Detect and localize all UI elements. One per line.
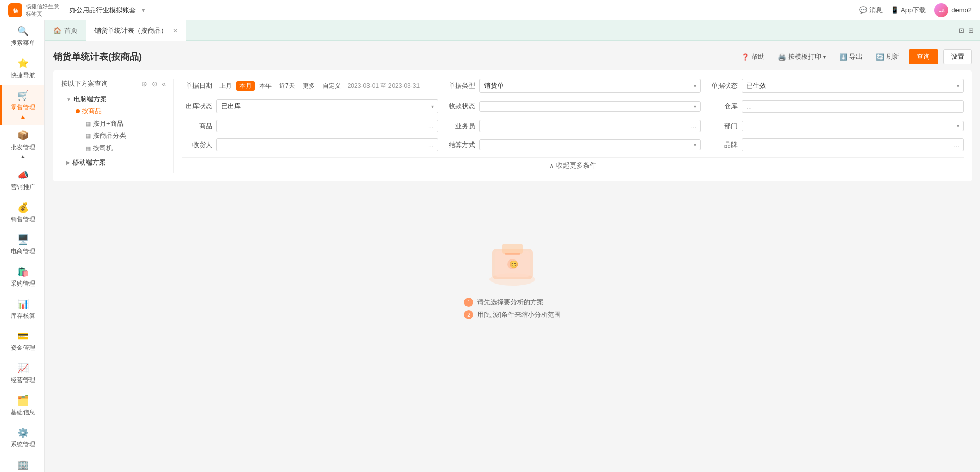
stock-out-value: 已出库 xyxy=(221,102,241,111)
finance-icon: 💳 xyxy=(17,331,29,342)
stock-out-select[interactable]: 已出库 ▾ xyxy=(216,99,438,113)
sidebar-item-retail[interactable]: 🛒 零售管理 ▲ xyxy=(0,85,44,125)
table-icon: ▦ xyxy=(86,121,91,127)
receiver-input[interactable]: ... xyxy=(216,138,438,151)
goods-input[interactable]: ... xyxy=(216,120,438,132)
doc-type-select[interactable]: 销货单 ▾ xyxy=(479,79,701,93)
sidebar-item-label: 库存核算 xyxy=(11,312,35,320)
salesman-input[interactable]: ... xyxy=(479,120,701,132)
filter-form: 单据日期 上月 本月 本年 近7天 更多 自定义 xyxy=(174,79,964,173)
nav-dropdown-icon[interactable]: ▾ xyxy=(142,6,145,14)
filter-layout: 按以下方案查询 ⊕ ⊙ « ▼ xyxy=(61,79,964,173)
filter-row-4: 收货人 ... 结算方式 ▾ xyxy=(182,138,964,151)
sidebar-item-marketing[interactable]: 📣 营销推广 xyxy=(0,164,44,197)
filter-field-goods: 商品 ... xyxy=(182,120,438,132)
help-button[interactable]: ❓ 帮助 xyxy=(737,50,769,63)
sidebar-item-inventory[interactable]: 📊 库存核算 xyxy=(0,293,44,325)
brand-input[interactable]: ... xyxy=(742,138,964,151)
scheme-collapse-button[interactable]: « xyxy=(161,79,167,89)
maximize-icon[interactable]: ⊞ xyxy=(968,27,974,34)
select-arrow-icon: ▾ xyxy=(957,123,959,129)
filter-field-doc-type: 单据类型 销货单 ▾ xyxy=(445,79,701,93)
app-download-button[interactable]: 📱 App下载 xyxy=(891,6,926,15)
sidebar-item-system[interactable]: ⚙️ 系统管理 xyxy=(0,422,44,454)
basic-icon: 🗂️ xyxy=(17,395,29,406)
filter-field-salesman: 业务员 ... xyxy=(445,120,701,132)
filter-field-brand: 品牌 ... xyxy=(707,138,964,151)
sidebar-item-label: 经营管理 xyxy=(11,376,35,385)
expand-icon: ▲ xyxy=(20,154,26,159)
sidebar-item-wholesale[interactable]: 📦 批发管理 ▲ xyxy=(0,125,44,164)
date-this-month-btn[interactable]: 本月 xyxy=(236,81,255,91)
sidebar-item-sales[interactable]: 💰 销售管理 xyxy=(0,197,44,229)
scheme-add-button[interactable]: ⊕ xyxy=(140,79,149,89)
warehouse-input[interactable]: ... xyxy=(742,100,964,113)
sidebar-item-basic[interactable]: 🗂️ 基础信息 xyxy=(0,390,44,422)
expand-icon: ▲ xyxy=(20,114,26,120)
goods-dots-button[interactable]: ... xyxy=(428,122,434,130)
scheme-settings-button[interactable]: ⊙ xyxy=(151,79,159,89)
date-this-year-btn[interactable]: 本年 xyxy=(256,81,275,91)
message-button[interactable]: 💬 消息 xyxy=(859,6,883,15)
date-range-value: 2023-03-01 至 2023-03-31 xyxy=(348,82,420,90)
filter-field-stock-out: 出库状态 已出库 ▾ xyxy=(182,99,438,113)
salesman-dots-button[interactable]: ... xyxy=(691,122,697,130)
date-control: 上月 本月 本年 近7天 更多 自定义 2023-03-01 至 2023-03… xyxy=(216,81,438,91)
sidebar-item-ecommerce[interactable]: 🖥️ 电商管理 xyxy=(0,229,44,261)
scheme-item-by-goods[interactable]: 按商品 xyxy=(63,105,167,117)
receiver-dots-button[interactable]: ... xyxy=(428,141,434,149)
query-button[interactable]: 查询 xyxy=(909,49,938,64)
sidebar-item-purchase[interactable]: 🛍️ 采购管理 xyxy=(0,261,44,293)
minimize-icon[interactable]: ⊡ xyxy=(959,27,964,34)
page-header: 销货单统计表(按商品) ❓ 帮助 🖨️ 按模板打印 ▾ ⬇️ 导出 xyxy=(53,49,972,64)
sidebar-item-enterprise[interactable]: 🏢 企业协同 xyxy=(0,454,44,472)
refresh-button[interactable]: 🔄 刷新 xyxy=(872,50,903,63)
scheme-group-mobile-label[interactable]: ▶ 移动端方案 xyxy=(63,156,167,169)
sidebar-item-finance[interactable]: 💳 资金管理 xyxy=(0,325,44,358)
date-last-month-btn[interactable]: 上月 xyxy=(216,81,235,91)
date-more-btn[interactable]: 更多 xyxy=(300,81,318,91)
scheme-item-category[interactable]: ▦ 按商品分类 xyxy=(63,130,167,142)
doc-status-select[interactable]: 已生效 ▾ xyxy=(742,79,964,93)
tab-close-button[interactable]: ✕ xyxy=(173,27,178,34)
dept-select[interactable]: ▾ xyxy=(742,121,964,131)
retail-icon: 🛒 xyxy=(17,90,29,101)
settle-label: 结算方式 xyxy=(445,140,475,150)
scheme-item-driver[interactable]: ▦ 按司机 xyxy=(63,142,167,154)
settings-button[interactable]: 设置 xyxy=(943,49,972,64)
sidebar: 🔍 搜索菜单 ⭐ 快捷导航 🛒 零售管理 ▲ 📦 批发管理 ▲ 📣 营销推广 💰… xyxy=(0,20,45,472)
scheme-group-pc-label[interactable]: ▼ 电脑端方案 xyxy=(63,93,167,105)
tab-home-label: 首页 xyxy=(64,26,78,35)
filter-field-date: 单据日期 上月 本月 本年 近7天 更多 自定义 xyxy=(182,81,438,91)
logo-area: 畅 畅捷信好生意 标签页 xyxy=(8,3,59,17)
sidebar-item-operations[interactable]: 📈 经营管理 xyxy=(0,358,44,390)
select-arrow-icon: ▾ xyxy=(957,83,959,89)
page-title: 销货单统计表(按商品) xyxy=(53,51,142,63)
brand-label: 品牌 xyxy=(707,140,738,150)
sidebar-item-search[interactable]: 🔍 搜索菜单 xyxy=(0,20,44,53)
svg-text:😊: 😊 xyxy=(509,260,519,269)
marketing-icon: 📣 xyxy=(17,170,29,181)
user-name: demo2 xyxy=(951,6,972,14)
brand-dots-button[interactable]: ... xyxy=(953,141,959,149)
receipt-status-select[interactable]: ▾ xyxy=(479,101,701,112)
tab-report[interactable]: 销货单统计表（按商品） ✕ xyxy=(86,20,186,41)
empty-hint-1: 1 请先选择要分析的方案 xyxy=(464,298,560,307)
tab-home[interactable]: 🏠 首页 xyxy=(45,20,86,41)
collapse-bar[interactable]: ∧ 收起更多条件 xyxy=(182,157,964,173)
wholesale-icon: 📦 xyxy=(17,130,29,141)
scheme-item-month-goods[interactable]: ▦ 按月+商品 xyxy=(63,117,167,130)
user-area[interactable]: Ea demo2 xyxy=(934,3,972,17)
sidebar-item-quicknav[interactable]: ⭐ 快捷导航 xyxy=(0,53,44,85)
export-button[interactable]: ⬇️ 导出 xyxy=(835,50,867,63)
date-7days-btn[interactable]: 近7天 xyxy=(276,81,298,91)
scheme-group-arrow: ▶ xyxy=(66,160,70,166)
settle-select[interactable]: ▾ xyxy=(479,139,701,150)
select-arrow-icon: ▾ xyxy=(694,142,696,148)
filter-field-receipt-status: 收款状态 ▾ xyxy=(445,101,701,112)
logo-icon: 畅 xyxy=(8,3,22,17)
warehouse-label: 仓库 xyxy=(707,102,738,111)
date-custom-btn[interactable]: 自定义 xyxy=(320,81,344,91)
enterprise-icon: 🏢 xyxy=(17,459,29,470)
print-button[interactable]: 🖨️ 按模板打印 ▾ xyxy=(774,50,830,63)
